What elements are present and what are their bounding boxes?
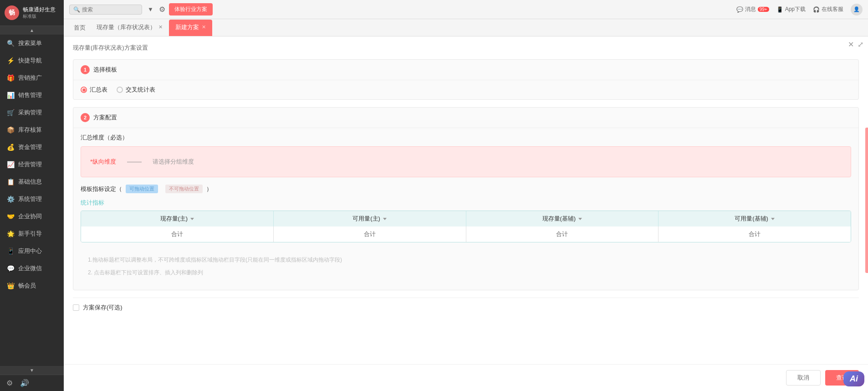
gear-icon[interactable]: ⚙ [159,5,165,14]
tab-new-plan[interactable]: 新建方案 ✕ [169,20,212,36]
sidebar-item-basic[interactable]: 📋 基础信息 [0,173,64,190]
sidebar-item-quick-nav[interactable]: ⚡ 快捷导航 [0,52,64,69]
col-current-main-chevron [190,218,194,220]
tab-inventory[interactable]: 现存量（库存状况表） ✕ [90,20,169,36]
no-drag-badge: 不可拖动位置 [165,185,203,193]
sidebar-scroll-up[interactable]: ▲ [0,26,64,35]
sidebar-footer: ⚙ 🔊 [0,375,64,391]
sidebar-nav: 🔍 搜索菜单 ⚡ 快捷导航 🎁 营销推广 📊 销售管理 🛒 采购管理 📦 库存核… [0,35,64,366]
sidebar-item-label: 系统管理 [18,195,42,203]
stats-table-body: 合计 合计 合计 合计 [81,226,851,242]
message-label: 消息 [745,5,756,13]
section-select-template: 1 选择模板 汇总表 交叉统计表 [73,59,859,100]
hint-section: 1.拖动标题栏可以调整布局，不可跨维度或指标区域拖动栏目字段(只能在同一维度或指… [81,250,851,284]
section2-header: 2 方案配置 [73,108,858,128]
message-icon: 💬 [736,6,743,13]
ai-badge[interactable]: Ai [843,371,864,386]
app-download-button[interactable]: 📱 App下载 [776,5,806,13]
hint1: 1.拖动标题栏可以调整布局，不可跨维度或指标区域拖动栏目字段(只能在同一维度或指… [88,254,844,265]
search-icon: 🔍 [6,39,15,47]
app-name: 畅康通好生意 [23,6,56,14]
col-available-main[interactable]: 可用量(主) [274,211,466,226]
hint2: 2. 点击标题栏下拉可设置排序、插入列和删除列 [88,267,844,278]
plan-config-body: 汇总维度（必选） *纵向维度 —— 请选择分组维度 模板指标设定（ 可拖动位 [73,128,858,290]
indicator-close-paren: ） [206,185,212,193]
sound-footer-icon[interactable]: 🔊 [20,379,29,387]
section2-title: 方案配置 [93,113,117,122]
dimension-config-label: 汇总维度（必选） [81,134,851,142]
content-area: ✕ ⤢ 现存量(库存状况表)方案设置 1 选择模板 汇总表 [64,36,868,364]
sidebar-header: 畅 畅康通好生意 标准版 [0,0,64,26]
sidebar-item-marketing[interactable]: 🎁 营销推广 [0,69,64,87]
col-current-main[interactable]: 现存量(主) [81,211,274,226]
inventory-icon: 📦 [6,126,15,134]
tab-inventory-close-icon[interactable]: ✕ [158,24,163,30]
sidebar-item-business[interactable]: 📈 经营管理 [0,156,64,173]
sidebar-title-group: 畅康通好生意 标准版 [23,6,56,20]
sidebar-item-wechat[interactable]: 💬 企业微信 [0,260,64,277]
trial-button[interactable]: 体验行业方案 [169,3,213,15]
sidebar-item-label: 营销推广 [18,74,42,82]
sidebar-item-label: 快捷导航 [18,57,42,65]
sidebar-item-label: 企业协同 [18,212,42,221]
action-bar: 取消 查询 [64,364,868,391]
radio-summary-table[interactable]: 汇总表 [81,86,107,94]
search-input[interactable] [82,6,138,13]
settings-footer-icon[interactable]: ⚙ [6,379,13,387]
expand-window-icon[interactable]: ⤢ [858,40,863,49]
sidebar-item-search[interactable]: 🔍 搜索菜单 [0,35,64,52]
member-icon: 👑 [6,282,15,290]
online-service-label: 在线客服 [822,5,843,13]
col-available-main-label: 可用量(主) [352,215,380,223]
sidebar: 畅 畅康通好生意 标准版 ▲ 🔍 搜索菜单 ⚡ 快捷导航 🎁 营销推广 📊 销售… [0,0,64,391]
online-service-button[interactable]: 🎧 在线客服 [813,5,843,13]
headset-icon: 🎧 [813,6,820,13]
col-current-aux[interactable]: 现存量(基辅) [466,211,659,226]
message-badge: 99+ [758,7,769,12]
tab-new-plan-label: 新建方案 [175,23,199,31]
drag-badge: 可拖动位置 [126,185,158,193]
radio-cross-table[interactable]: 交叉统计表 [117,86,155,94]
sidebar-item-label: 基础信息 [18,178,42,186]
sidebar-item-inventory[interactable]: 📦 库存核算 [0,121,64,139]
sidebar-item-label: 搜索菜单 [18,39,42,47]
sidebar-item-label: 畅会员 [18,282,36,290]
sidebar-item-newbie[interactable]: 🌟 新手引导 [0,225,64,242]
user-avatar[interactable]: 👤 [851,4,863,15]
dropdown-arrow-icon[interactable]: ▼ [146,5,155,14]
avatar-icon: 👤 [853,6,860,12]
cancel-button[interactable]: 取消 [786,370,821,386]
save-checkbox[interactable] [73,304,79,311]
radio-summary-label: 汇总表 [90,86,107,94]
tab-home[interactable]: 首页 [69,20,90,36]
template-options: 汇总表 交叉统计表 [73,80,858,99]
indicator-label: 模板指标设定（ 可拖动位置 不可拖动位置 ） [81,185,851,193]
close-window-icon[interactable]: ✕ [848,40,854,49]
sidebar-item-label: 销售管理 [18,91,42,99]
col-available-aux[interactable]: 可用量(基辅) [659,211,851,226]
sidebar-item-sales[interactable]: 📊 销售管理 [0,87,64,104]
sidebar-item-contract[interactable]: 🤝 企业协同 [0,208,64,225]
radio-cross-circle [117,87,123,93]
search-box: 🔍 [69,5,142,15]
col-current-aux-label: 现存量(基辅) [542,215,576,223]
main-area: 🔍 ▼ ⚙ 体验行业方案 💬 消息 99+ 📱 App下载 🎧 在线客服 👤 [64,0,868,391]
sidebar-item-label: 企业微信 [18,264,42,273]
dimension-placeholder: 请选择分组维度 [153,158,194,166]
messages-button[interactable]: 💬 消息 99+ [736,5,769,13]
sidebar-item-finance[interactable]: 💰 资金管理 [0,139,64,156]
tab-new-plan-close-icon[interactable]: ✕ [202,24,206,30]
section1-header: 1 选择模板 [73,60,858,80]
sidebar-item-member[interactable]: 👑 畅会员 [0,277,64,294]
sidebar-scroll-down[interactable]: ▼ [0,366,64,375]
sidebar-item-label: 应用中心 [18,247,42,255]
marketing-icon: 🎁 [6,74,15,82]
sidebar-item-system[interactable]: ⚙️ 系统管理 [0,190,64,208]
col-available-aux-chevron [771,218,775,220]
tab-inventory-label: 现存量（库存状况表） [97,23,156,31]
dimension-area[interactable]: *纵向维度 —— 请选择分组维度 [81,146,851,177]
content-inner: ✕ ⤢ 现存量(库存状况表)方案设置 1 选择模板 汇总表 [64,36,868,324]
sidebar-item-appstore[interactable]: 📱 应用中心 [0,242,64,260]
sidebar-item-purchase[interactable]: 🛒 采购管理 [0,104,64,121]
col-current-aux-chevron [578,218,582,220]
